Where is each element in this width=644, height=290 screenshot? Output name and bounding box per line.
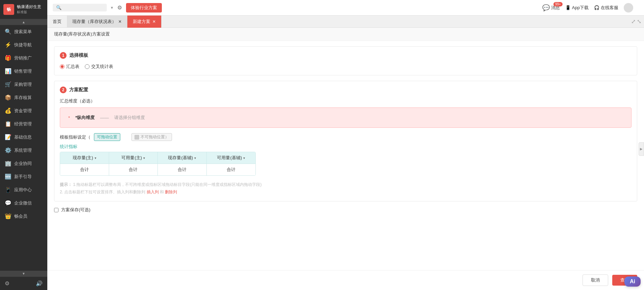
sidebar-scroll-down[interactable]: ▼ xyxy=(0,271,47,276)
stats-body-col-1: 合计 xyxy=(109,164,158,175)
sidebar-item-app-center[interactable]: 📱 应用中心 xyxy=(0,183,47,196)
sidebar-item-purchase[interactable]: 🛒 采购管理 xyxy=(0,78,47,91)
topbar-gear-icon[interactable]: ⚙ xyxy=(117,4,122,11)
stats-section: 统计指标 现存量(主) ▾ 可用量(主) ▾ xyxy=(60,144,631,176)
topbar-chevron-icon[interactable]: ▾ xyxy=(111,5,113,10)
tab-inventory-close[interactable]: ✕ xyxy=(118,19,122,24)
system-icon: ⚙️ xyxy=(5,147,11,153)
col3-chevron-icon[interactable]: ▾ xyxy=(243,156,245,160)
ai-button[interactable]: Ai xyxy=(624,276,641,287)
non-draggable-badge: 不可拖动位置） xyxy=(131,133,172,141)
message-button[interactable]: 💬 消息 99+ xyxy=(542,4,560,11)
tab-expand-icon[interactable]: ⤡ xyxy=(637,18,641,25)
online-service-button[interactable]: 🎧 在线客服 xyxy=(594,5,618,11)
search-icon: 🔍 xyxy=(5,28,11,35)
sidebar-item-wechat[interactable]: 💬 企业微信 xyxy=(0,196,47,210)
topbar-right: 💬 消息 99+ 📱 App下载 🎧 在线客服 xyxy=(542,3,639,13)
logo-text: 畅康通好生意 标准版 xyxy=(17,4,41,15)
inventory-icon: 📦 xyxy=(5,94,11,101)
stats-col-0[interactable]: 现存量(主) ▾ xyxy=(60,152,109,164)
step1-section: 1 选择模板 汇总表 交叉统计表 xyxy=(54,46,637,75)
sidebar-scroll-up[interactable]: ▲ xyxy=(0,19,47,25)
stats-header: 现存量(主) ▾ 可用量(主) ▾ 现存量(基辅) ▾ xyxy=(60,152,255,164)
sidebar-item-member[interactable]: 👑 畅会员 xyxy=(0,210,47,223)
search-input[interactable] xyxy=(64,5,97,10)
app-download-button[interactable]: 📱 App下载 xyxy=(565,5,589,11)
tab-new-scheme[interactable]: 新建方案 ✕ xyxy=(127,16,162,28)
step2-title: 2 方案配置 xyxy=(60,87,631,93)
user-avatar[interactable] xyxy=(624,3,633,13)
template-cross-option[interactable]: 交叉统计表 xyxy=(85,64,113,70)
template-summary-option[interactable]: 汇总表 xyxy=(60,64,79,70)
tips-delete-link[interactable]: 删除列 xyxy=(165,190,177,194)
col2-chevron-icon[interactable]: ▾ xyxy=(194,156,196,160)
headset-icon: 🎧 xyxy=(594,5,599,10)
wechat-icon: 💬 xyxy=(5,200,11,206)
operations-icon: 📋 xyxy=(5,121,11,127)
content-area: 现存量(库存状况表)方案设置 1 选择模板 汇总表 交叉统计表 xyxy=(47,28,644,270)
col1-chevron-icon[interactable]: ▾ xyxy=(143,156,145,160)
new-guide-icon: 🆕 xyxy=(5,173,11,180)
sidebar-item-operations[interactable]: 📋 经营管理 xyxy=(0,117,47,130)
right-expand-button[interactable]: ▶ xyxy=(639,142,644,156)
tips-insert-link[interactable]: 插入列 xyxy=(147,190,159,194)
draggable-badge: 可拖动位置 xyxy=(94,133,120,141)
topbar: 🔍 ▾ ⚙ 体验行业方案 💬 消息 99+ 📱 App下载 🎧 在线客服 xyxy=(47,0,644,16)
purchase-icon: 🛒 xyxy=(5,81,11,88)
search-icon: 🔍 xyxy=(56,5,61,10)
cancel-button[interactable]: 取消 xyxy=(583,274,608,286)
sidebar-item-finance[interactable]: 💰 资金管理 xyxy=(0,104,47,117)
template-radio-group: 汇总表 交叉统计表 xyxy=(60,64,631,70)
trial-button[interactable]: 体验行业方案 xyxy=(126,3,162,13)
settings-icon[interactable]: ⚙ xyxy=(5,280,9,287)
step1-title: 1 选择模板 xyxy=(60,52,631,59)
content-inner: 现存量(库存状况表)方案设置 1 选择模板 汇总表 交叉统计表 xyxy=(47,28,644,225)
sidebar-nav: 🔍 搜索菜单 ⚡ 快捷导航 🎁 营销推广 📊 销售管理 🛒 采购管理 📦 库存核… xyxy=(0,25,47,271)
app-center-icon: 📱 xyxy=(5,187,11,193)
template-cross-radio[interactable] xyxy=(85,64,90,69)
sidebar-item-sales[interactable]: 📊 销售管理 xyxy=(0,65,47,78)
metric-settings: 模板指标设定（ 可拖动位置 不可拖动位置） 统计指标 xyxy=(60,133,631,196)
stats-title: 统计指标 xyxy=(60,144,631,150)
stats-col-1[interactable]: 可用量(主) ▾ xyxy=(109,152,158,164)
stats-body-col-2: 合计 xyxy=(158,164,207,175)
tab-new-scheme-close[interactable]: ✕ xyxy=(152,19,156,24)
tabbar: 首页 现存量（库存状况表） ✕ 新建方案 ✕ ⤢ ⤡ xyxy=(47,16,644,28)
stats-body: 合计 合计 合计 合计 xyxy=(60,164,255,175)
stats-col-3[interactable]: 可用量(基辅) ▾ xyxy=(207,152,256,164)
save-scheme-checkbox[interactable] xyxy=(54,208,58,212)
quick-nav-icon: ⚡ xyxy=(5,42,11,48)
message-badge: 99+ xyxy=(553,2,563,6)
dim-label: 汇总维度（必选） xyxy=(60,98,631,104)
sales-icon: 📊 xyxy=(5,68,11,74)
tab-home[interactable]: 首页 xyxy=(47,16,67,28)
sidebar-item-quick-nav[interactable]: ⚡ 快捷导航 xyxy=(0,38,47,51)
sidebar-item-basic-info[interactable]: 📝 基础信息 xyxy=(0,130,47,144)
col0-chevron-icon[interactable]: ▾ xyxy=(95,156,96,160)
sidebar-item-marketing[interactable]: 🎁 营销推广 xyxy=(0,51,47,65)
template-summary-radio[interactable] xyxy=(60,64,65,69)
sidebar-item-inventory[interactable]: 📦 库存核算 xyxy=(0,91,47,104)
non-draggable-icon xyxy=(134,135,139,140)
tab-inventory[interactable]: 现存量（库存状况表） ✕ xyxy=(67,16,127,28)
sidebar-item-search[interactable]: 🔍 搜索菜单 xyxy=(0,25,47,38)
sidebar-item-new-guide[interactable]: 🆕 新手引导 xyxy=(0,170,47,183)
topbar-search-box[interactable]: 🔍 xyxy=(53,4,107,11)
dim-placeholder[interactable]: 请选择分组维度 xyxy=(114,115,145,121)
sidebar-item-system[interactable]: ⚙️ 系统管理 xyxy=(0,144,47,157)
volume-icon[interactable]: 🔊 xyxy=(36,280,43,287)
bottom-bar: 取消 查询 xyxy=(47,270,644,290)
sidebar-bottom: ⚙ 🔊 xyxy=(0,276,47,290)
stats-body-col-0: 合计 xyxy=(60,164,109,175)
tips-section: 提示： 1.拖动标题栏可以调整布局，不可跨维度或指标区域拖动标目字段(只能在同一… xyxy=(60,181,631,196)
basic-info-icon: 📝 xyxy=(5,134,11,140)
sidebar-item-enterprise[interactable]: 🏢 企业协同 xyxy=(0,157,47,170)
tab-collapse-icon[interactable]: ⤢ xyxy=(631,18,636,25)
sidebar: 畅 畅康通好生意 标准版 ▲ 🔍 搜索菜单 ⚡ 快捷导航 🎁 营销推广 📊 销售… xyxy=(0,0,47,290)
step2-badge: 2 xyxy=(60,87,67,93)
stats-table: 现存量(主) ▾ 可用量(主) ▾ 现存量(基辅) ▾ xyxy=(60,152,256,176)
dim-line: —— xyxy=(100,115,109,120)
finance-icon: 💰 xyxy=(5,107,11,114)
stats-col-2[interactable]: 现存量(基辅) ▾ xyxy=(158,152,207,164)
save-scheme-section: 方案保存(可选) xyxy=(54,207,637,213)
